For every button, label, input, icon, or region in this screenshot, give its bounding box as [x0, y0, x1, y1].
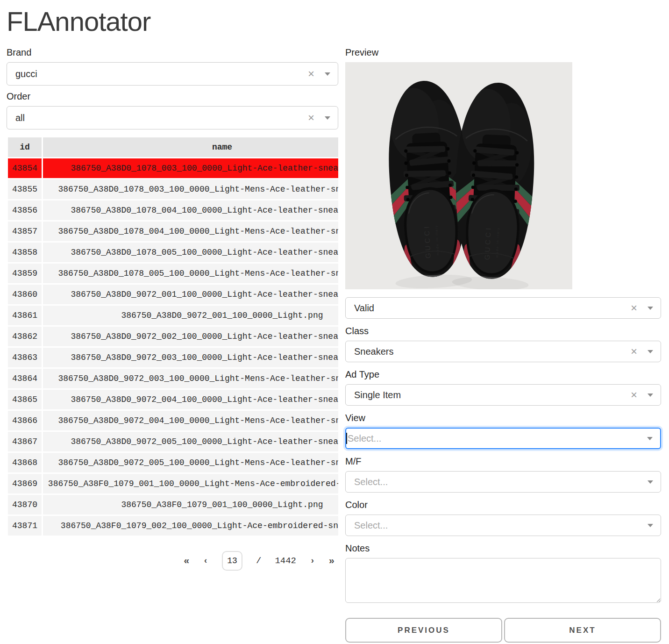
last-page-button[interactable]: »: [328, 556, 334, 566]
row-name-cell: 386750_A38D0_1078_004_100_0000_Light-Ace…: [43, 200, 338, 220]
total-pages: 1442: [275, 556, 296, 566]
row-name-cell: 386750_A38D0_9072_001_100_0000_Light-Ace…: [43, 285, 338, 304]
table-row[interactable]: 43857386750_A38D0_1078_004_100_0000_Ligh…: [8, 222, 338, 241]
brand-clear-icon[interactable]: ×: [308, 68, 314, 79]
row-id-cell: 43862: [8, 327, 42, 346]
class-dropdown-arrow-icon[interactable]: [648, 350, 653, 353]
valid-clear-icon[interactable]: ×: [631, 302, 637, 314]
first-page-button[interactable]: «: [184, 556, 190, 566]
color-select[interactable]: Select...: [345, 515, 661, 536]
table-row[interactable]: 43868386750_A38D0_9072_005_100_0000_Ligh…: [8, 453, 338, 472]
valid-select-value: Valid: [346, 303, 631, 314]
column-header-id: id: [8, 137, 42, 157]
table-row[interactable]: 43861386750_A38D0_9072_001_100_0000_Ligh…: [8, 306, 338, 325]
table-row[interactable]: 43867386750_A38D0_9072_005_100_0000_Ligh…: [8, 432, 338, 451]
row-id-cell: 43866: [8, 411, 42, 430]
previous-page-button[interactable]: ‹: [203, 556, 208, 566]
mf-select[interactable]: Select...: [345, 471, 661, 493]
app-title: FLAnnotator: [7, 6, 662, 37]
row-id-cell: 43869: [8, 474, 42, 494]
table-row[interactable]: 43862386750_A38D0_9072_002_100_0000_Ligh…: [8, 327, 338, 346]
table-row[interactable]: 43858386750_A38D0_1078_005_100_0000_Ligh…: [8, 243, 338, 262]
table-header-row: id name: [8, 137, 338, 157]
table-row[interactable]: 43866386750_A38D0_9072_004_100_0000_Ligh…: [8, 411, 338, 430]
class-select-value: Sneakers: [346, 346, 631, 357]
row-id-cell: 43865: [8, 390, 42, 409]
table-row[interactable]: 43870386750_A38F0_1079_001_100_0000_Ligh…: [8, 495, 338, 515]
row-name-cell: 386750_A38D0_9072_004_100_0000_Light-Ace…: [43, 390, 338, 409]
order-clear-icon[interactable]: ×: [308, 112, 314, 123]
preview-label: Preview: [345, 47, 661, 58]
color-label: Color: [345, 500, 661, 510]
brand-dropdown-arrow-icon[interactable]: [325, 72, 330, 76]
file-table-container: id name 43854386750_A38D0_1078_003_100_0…: [7, 136, 338, 537]
class-select[interactable]: Sneakers ×: [345, 341, 661, 362]
row-name-cell: 386750_A38D0_9072_002_100_0000_Light-Ace…: [43, 327, 338, 346]
table-row[interactable]: 43860386750_A38D0_9072_001_100_0000_Ligh…: [8, 285, 338, 304]
view-label: View: [345, 413, 661, 423]
notes-textarea[interactable]: [345, 558, 661, 603]
flannotator-app: FLAnnotator Brand gucci × Order all ×: [0, 0, 669, 643]
row-name-cell: 386750_A38D0_1078_005_100_0000_Light-Men…: [43, 264, 338, 283]
row-id-cell: 43868: [8, 453, 42, 472]
table-row[interactable]: 43871386750_A38F0_1079_002_100_0000_Ligh…: [8, 516, 338, 536]
color-select-placeholder: Select...: [346, 520, 648, 531]
mf-select-placeholder: Select...: [346, 477, 648, 487]
color-dropdown-arrow-icon[interactable]: [648, 524, 653, 527]
table-row[interactable]: 43859386750_A38D0_1078_005_100_0000_Ligh…: [8, 264, 338, 283]
table-row[interactable]: 43869386750_A38F0_1079_001_100_0000_Ligh…: [8, 474, 338, 494]
ad-type-label: Ad Type: [345, 369, 661, 380]
valid-select[interactable]: Valid ×: [345, 297, 661, 319]
order-select[interactable]: all ×: [7, 106, 338, 129]
row-id-cell: 43855: [8, 179, 42, 199]
order-dropdown-arrow-icon[interactable]: [325, 116, 330, 120]
notes-label: Notes: [345, 543, 661, 554]
row-name-cell: 386750_A38D0_9072_005_100_0000_Light-Ace…: [43, 432, 338, 451]
table-row[interactable]: 43865386750_A38D0_9072_004_100_0000_Ligh…: [8, 390, 338, 409]
row-name-cell: 386750_A38D0_1078_004_100_0000_Light-Men…: [43, 222, 338, 241]
ad-type-dropdown-arrow-icon[interactable]: [648, 394, 653, 397]
row-name-cell: 386750_A38F0_1079_001_100_0000_Light-Men…: [43, 474, 338, 494]
ad-type-select-value: Single Item: [346, 390, 631, 401]
row-id-cell: 43854: [8, 158, 42, 178]
previous-item-button[interactable]: PREVIOUS: [345, 618, 502, 643]
table-row[interactable]: 43856386750_A38D0_1078_004_100_0000_Ligh…: [8, 200, 338, 220]
next-item-button[interactable]: NEXT: [504, 618, 661, 643]
ad-type-clear-icon[interactable]: ×: [631, 389, 637, 401]
table-row[interactable]: 43863386750_A38D0_9072_003_100_0000_Ligh…: [8, 348, 338, 367]
class-clear-icon[interactable]: ×: [631, 346, 637, 357]
brand-select-value: gucci: [7, 69, 308, 79]
row-id-cell: 43861: [8, 306, 42, 325]
row-name-cell: 386750_A38D0_1078_003_100_0000_Light-Men…: [43, 179, 338, 199]
valid-dropdown-arrow-icon[interactable]: [648, 307, 653, 310]
next-page-button[interactable]: ›: [310, 556, 315, 566]
row-name-cell: 386750_A38D0_1078_005_100_0000_Light-Ace…: [43, 243, 338, 262]
annotation-panel: Preview: [345, 47, 661, 643]
view-dropdown-arrow-icon[interactable]: [647, 437, 653, 440]
mf-dropdown-arrow-icon[interactable]: [648, 480, 653, 484]
ad-type-select[interactable]: Single Item ×: [345, 384, 661, 406]
mf-label: M/F: [345, 456, 661, 467]
row-id-cell: 43859: [8, 264, 42, 283]
row-id-cell: 43858: [8, 243, 42, 262]
row-name-cell: 386750_A38D0_9072_004_100_0000_Light-Men…: [43, 411, 338, 430]
row-name-cell: 386750_A38D0_9072_003_100_0000_Light-Men…: [43, 369, 338, 388]
row-name-cell: 386750_A38D0_9072_003_100_0000_Light-Ace…: [43, 348, 338, 367]
row-name-cell: 386750_A38F0_1079_001_100_0000_Light.png: [43, 495, 338, 515]
row-name-cell: 386750_A38D0_9072_005_100_0000_Light-Men…: [43, 453, 338, 472]
file-list-panel: Brand gucci × Order all × id name: [7, 47, 338, 571]
table-row[interactable]: 43864386750_A38D0_9072_003_100_0000_Ligh…: [8, 369, 338, 388]
class-label: Class: [345, 326, 661, 336]
row-id-cell: 43863: [8, 348, 42, 367]
row-id-cell: 43871: [8, 516, 42, 536]
table-body: 43854386750_A38D0_1078_003_100_0000_Ligh…: [8, 158, 338, 536]
sneakers-photo: GUCCI made in italy: [345, 62, 572, 289]
page-number-input[interactable]: [222, 551, 242, 571]
table-row[interactable]: 43854386750_A38D0_1078_003_100_0000_Ligh…: [8, 158, 338, 178]
brand-select[interactable]: gucci ×: [7, 62, 338, 86]
row-id-cell: 43864: [8, 369, 42, 388]
view-select-placeholder: Select...: [348, 433, 647, 444]
table-row[interactable]: 43855386750_A38D0_1078_003_100_0000_Ligh…: [8, 179, 338, 199]
view-select[interactable]: Select...: [345, 428, 661, 449]
text-cursor: [346, 433, 347, 444]
